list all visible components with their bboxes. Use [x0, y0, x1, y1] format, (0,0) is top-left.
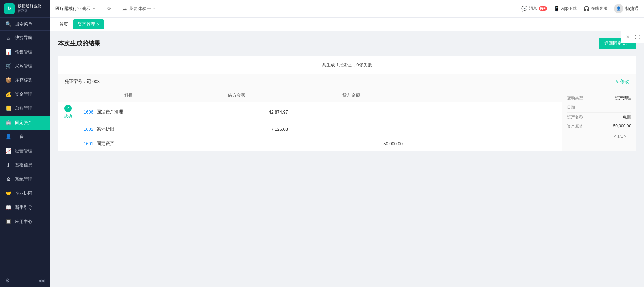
username: 畅捷通 — [625, 6, 639, 12]
expand-panel-button[interactable]: ⛶ — [633, 33, 641, 41]
sidebar-item-label: 库存核算 — [15, 77, 32, 83]
result-container: 共生成 1张凭证，0张失败 凭证字号：记-003 ✎ 修改 — [58, 56, 636, 151]
topbar-right: 💬 消息 99+ 📱 App下载 🎧 在线客服 👤 畅捷通 — [521, 4, 639, 13]
sidebar-item-enterprise[interactable]: 🤝 企业协同 — [0, 186, 50, 200]
td-debit-1: 42,874.97 — [179, 105, 294, 119]
download-icon: 📱 — [554, 6, 560, 12]
result-header: 本次生成的结果 返回固定资产 — [58, 38, 636, 49]
messages-label: 消息 — [529, 6, 537, 11]
date-label: 日期： — [567, 105, 579, 110]
dropdown-icon: ▼ — [92, 7, 96, 10]
sidebar-item-funds[interactable]: 💰 资金管理 — [0, 87, 50, 101]
topbar-divider-2 — [118, 5, 118, 12]
tab-close-button[interactable]: × — [97, 22, 100, 27]
app-download-button[interactable]: 📱 App下载 — [554, 6, 577, 12]
sidebar-item-purchase[interactable]: 🛒 采购管理 — [0, 59, 50, 73]
sidebar-item-fixed-assets[interactable]: 🏢 固定资产 — [0, 116, 50, 130]
table-row: ✓ 成功 1606 固定资产清理 42,874.97 — [58, 102, 562, 122]
sidebar-item-label: 应用中心 — [15, 219, 32, 225]
panel-controls: ✕ ⛶ — [621, 31, 644, 43]
sidebar-footer: ⚙ ◀◀ — [0, 274, 50, 287]
company-selector[interactable]: 医疗器械行业演示 ▼ — [55, 6, 96, 12]
sidebar-item-ledger[interactable]: 📒 总账管理 — [0, 101, 50, 116]
topbar-settings-button[interactable]: ⚙ — [104, 4, 114, 13]
asset-name-value: 电脑 — [623, 114, 631, 120]
edit-button[interactable]: ✎ 修改 — [615, 78, 629, 85]
sidebar-item-business[interactable]: 📈 经营管理 — [0, 144, 50, 158]
td-subject-2: 1602 累计折旧 — [78, 122, 179, 136]
company-name: 医疗器械行业演示 — [55, 6, 90, 12]
pagination: < 1/1 > — [567, 131, 631, 141]
edit-icon: ✎ — [615, 79, 619, 84]
side-panel-asset-name: 资产名称： 电脑 — [567, 113, 631, 122]
sidebar-item-label: 经营管理 — [15, 148, 32, 154]
sidebar-logo: 畅 畅捷通好业财 普及版 — [0, 0, 50, 18]
topbar: 医疗器械行业演示 ▼ ⚙ ☁ 我要体验一下 💬 消息 99+ 📱 App下载 🎧 — [50, 0, 644, 18]
next-page[interactable]: > — [624, 134, 626, 139]
sidebar-item-system[interactable]: ⚙ 系统管理 — [0, 172, 50, 186]
avatar: 👤 — [614, 4, 623, 13]
settings-icon: ⚙ — [106, 5, 111, 12]
td-subject-1: 1606 固定资产清理 — [78, 105, 179, 119]
search-icon: 🔍 — [5, 21, 11, 27]
result-summary: 共生成 1张凭证，0张失败 — [58, 56, 636, 74]
change-type-value: 资产清理 — [615, 95, 631, 101]
sidebar-item-inventory[interactable]: 📦 库存核算 — [0, 73, 50, 87]
sidebar-item-quick-nav[interactable]: ⌂ 快捷导航 — [0, 31, 50, 45]
tab-home-label: 首页 — [59, 22, 68, 27]
message-icon: 💬 — [521, 6, 528, 12]
table-main: 科目 借方金额 贷方金额 ✓ 成功 — [58, 89, 562, 151]
settings-footer-icon[interactable]: ⚙ — [5, 277, 10, 284]
page-content: 本次生成的结果 返回固定资产 共生成 1张凭证，0张失败 凭证字号：记-003 … — [50, 31, 644, 287]
voucher-table: 科目 借方金额 贷方金额 ✓ 成功 — [58, 89, 636, 151]
topbar-divider-1 — [100, 5, 100, 12]
td-debit-2: 7,125.03 — [179, 123, 294, 136]
handshake-icon: 🤝 — [5, 190, 11, 196]
info-icon: ℹ — [5, 162, 11, 168]
sidebar-item-salary[interactable]: 👤 工资 — [0, 130, 50, 144]
sidebar-item-label: 新手引导 — [15, 204, 32, 211]
subject-name-2: 累计折旧 — [97, 126, 114, 132]
home-icon: ⌂ — [5, 35, 11, 41]
tab-asset-management[interactable]: 资产管理 × — [73, 19, 104, 29]
grid-icon: 🔲 — [5, 219, 11, 225]
messages-button[interactable]: 💬 消息 99+ — [521, 6, 547, 12]
sidebar-item-guide[interactable]: 📖 新手引导 — [0, 200, 50, 215]
side-panel-change-type: 变动类型： 资产清理 — [567, 94, 631, 103]
tabbar: 首页 资产管理 × — [50, 18, 644, 31]
tab-active-label: 资产管理 — [78, 21, 95, 27]
collapse-icon[interactable]: ◀◀ — [38, 278, 44, 283]
app-edition: 普及版 — [18, 9, 42, 13]
th-empty — [58, 89, 78, 102]
online-service-button[interactable]: 🎧 在线客服 — [583, 6, 607, 12]
online-service-label: 在线客服 — [591, 6, 607, 11]
sidebar-item-app-center[interactable]: 🔲 应用中心 — [0, 215, 50, 229]
td-empty-2 — [58, 125, 78, 133]
subject-code-1[interactable]: 1606 — [84, 109, 93, 115]
sidebar: 畅 畅捷通好业财 普及版 🔍 搜索菜单 ⌂ 快捷导航 📊 销售管理 🛒 采购管理… — [0, 0, 50, 287]
logo-text: 畅 — [8, 6, 11, 11]
sidebar-item-basic-info[interactable]: ℹ 基础信息 — [0, 158, 50, 172]
close-panel-button[interactable]: ✕ — [624, 33, 632, 41]
user-menu[interactable]: 👤 畅捷通 — [614, 4, 639, 13]
content-wrapper: 首页 资产管理 × ✕ ⛶ 本次生成的结果 返回固定资产 共生成 1张凭证，0 — [50, 18, 644, 287]
th-debit: 借方金额 — [179, 89, 294, 102]
ledger-icon: 📒 — [5, 105, 11, 111]
trending-icon: 📈 — [5, 148, 11, 154]
sidebar-item-search[interactable]: 🔍 搜索菜单 — [0, 18, 50, 31]
summary-text: 共生成 1张凭证，0张失败 — [322, 62, 372, 67]
prev-page[interactable]: < — [614, 134, 616, 139]
subject-code-3[interactable]: 1601 — [84, 141, 93, 146]
asset-name-label: 资产名称： — [567, 114, 587, 120]
debit-amount-1: 42,874.97 — [269, 109, 288, 115]
table-row: 1602 累计折旧 7,125.03 — [58, 122, 562, 136]
sidebar-search-label: 搜索菜单 — [15, 21, 32, 27]
sidebar-item-sales[interactable]: 📊 销售管理 — [0, 45, 50, 59]
sidebar-item-label: 采购管理 — [15, 63, 32, 69]
app-download-label: App下载 — [561, 6, 577, 11]
td-empty-3 — [58, 139, 78, 148]
experience-button[interactable]: ☁ 我要体验一下 — [122, 6, 155, 12]
tab-home[interactable]: 首页 — [55, 19, 72, 29]
subject-code-2[interactable]: 1602 — [84, 127, 93, 132]
table-row: 1601 固定资产 50,000.00 — [58, 136, 562, 151]
